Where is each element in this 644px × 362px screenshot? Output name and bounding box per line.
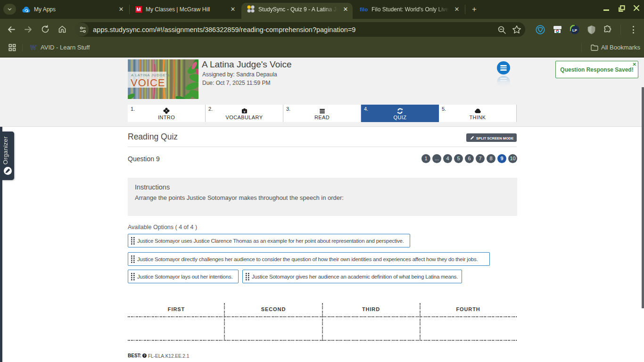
svg-text:LP: LP (572, 28, 578, 33)
svg-text:W: W (30, 44, 36, 50)
svg-text:VOICE: VOICE (131, 77, 165, 89)
svg-text:v: v (243, 110, 245, 113)
